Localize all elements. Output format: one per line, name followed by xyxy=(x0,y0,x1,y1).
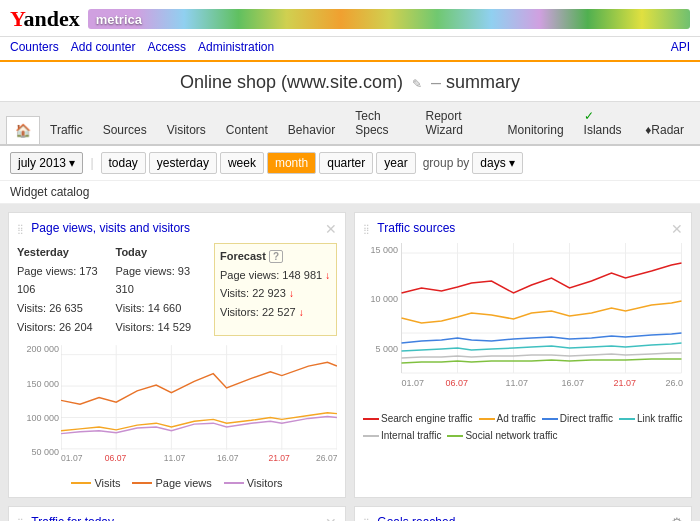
traffic-today-title[interactable]: Traffic for today xyxy=(31,515,114,521)
svg-text:21.07: 21.07 xyxy=(614,378,637,388)
date-picker-button[interactable]: july 2013 ▾ xyxy=(10,152,83,174)
page-title: Online shop (www.site.com) ✎ – summary xyxy=(180,72,520,92)
edit-icon: ✎ xyxy=(412,77,422,91)
forecast-stats: Forecast ? Page views: 148 981 ↓ Visits:… xyxy=(214,243,337,336)
svg-text:01.07: 01.07 xyxy=(61,454,83,464)
tab-islands[interactable]: ✓ Islands xyxy=(574,102,636,144)
svg-text:16.07: 16.07 xyxy=(217,454,239,464)
tab-traffic[interactable]: Traffic xyxy=(40,116,93,144)
tab-radar[interactable]: ♦Radar xyxy=(635,116,694,144)
api-link[interactable]: API xyxy=(671,40,690,54)
internal-traffic-legend: Internal traffic xyxy=(363,430,441,441)
add-counter-link[interactable]: Add counter xyxy=(71,40,136,54)
page-views-chart: 01.07 06.07 11.07 16.07 21.07 26.07 xyxy=(61,342,337,472)
tab-sources[interactable]: Sources xyxy=(93,116,157,144)
svg-text:06.07: 06.07 xyxy=(105,454,127,464)
svg-text:06.07: 06.07 xyxy=(446,378,469,388)
today-stats: Today Page views: 93 310 Visits: 14 660 … xyxy=(116,243,209,336)
widget-catalog-label[interactable]: Widget catalog xyxy=(10,185,89,199)
year-button[interactable]: year xyxy=(376,152,415,174)
link-traffic-legend: Link traffic xyxy=(619,413,682,424)
yandex-logo: Yandex xyxy=(10,6,80,32)
month-button[interactable]: month xyxy=(267,152,316,174)
metrica-bar[interactable]: metrica xyxy=(88,9,690,29)
svg-text:11.07: 11.07 xyxy=(164,454,186,464)
tab-content[interactable]: Content xyxy=(216,116,278,144)
tab-tech-specs[interactable]: Tech Specs xyxy=(345,102,415,144)
traffic-today-close[interactable]: ✕ xyxy=(325,515,337,521)
yesterday-stats: Yesterday Page views: 173 106 Visits: 26… xyxy=(17,243,110,336)
goals-title[interactable]: Goals reached xyxy=(377,515,455,521)
ad-traffic-legend: Ad traffic xyxy=(479,413,536,424)
access-link[interactable]: Access xyxy=(147,40,186,54)
page-views-title[interactable]: Page views, visits and visitors xyxy=(31,221,190,235)
svg-text:21.07: 21.07 xyxy=(268,454,290,464)
tab-report-wizard[interactable]: Report Wizard xyxy=(415,102,497,144)
goals-reached-widget: ⣿ Goals reached ⚙ Checkout Goals reached… xyxy=(354,506,692,521)
widget-drag-handle: ⣿ xyxy=(17,224,24,234)
traffic-sources-close[interactable]: ✕ xyxy=(671,221,683,237)
svg-text:16.07: 16.07 xyxy=(562,378,585,388)
social-traffic-legend: Social network traffic xyxy=(447,430,557,441)
page-views-widget: ⣿ Page views, visits and visitors ✕ Yest… xyxy=(8,212,346,498)
traffic-today-widget: ⣿ Traffic for today ✕ xyxy=(8,506,346,521)
counters-link[interactable]: Counters xyxy=(10,40,59,54)
metrica-label: metrica xyxy=(96,12,142,27)
direct-traffic-legend: Direct traffic xyxy=(542,413,613,424)
quarter-button[interactable]: quarter xyxy=(319,152,373,174)
page-views-legend: Page views xyxy=(132,477,211,489)
svg-text:26.07: 26.07 xyxy=(666,378,684,388)
svg-text:01.07: 01.07 xyxy=(402,378,425,388)
traffic-sources-widget: ⣿ Traffic sources ✕ 15 000 10 000 5 000 xyxy=(354,212,692,498)
week-button[interactable]: week xyxy=(220,152,264,174)
svg-text:11.07: 11.07 xyxy=(506,378,529,388)
yesterday-button[interactable]: yesterday xyxy=(149,152,217,174)
tab-behavior[interactable]: Behavior xyxy=(278,116,345,144)
group-by-button[interactable]: days ▾ xyxy=(472,152,523,174)
search-engine-legend: Search engine traffic xyxy=(363,413,473,424)
today-button[interactable]: today xyxy=(101,152,146,174)
traffic-sources-chart: 01.07 06.07 11.07 16.07 21.07 26.07 xyxy=(400,243,683,408)
page-views-close[interactable]: ✕ xyxy=(325,221,337,237)
visitors-legend: Visitors xyxy=(224,477,283,489)
administration-link[interactable]: Administration xyxy=(198,40,274,54)
traffic-sources-title[interactable]: Traffic sources xyxy=(377,221,455,235)
svg-text:26.07: 26.07 xyxy=(316,454,337,464)
visits-legend: Visits xyxy=(71,477,120,489)
tab-monitoring[interactable]: Monitoring xyxy=(498,116,574,144)
tab-visitors[interactable]: Visitors xyxy=(157,116,216,144)
goals-gear-icon[interactable]: ⚙ xyxy=(671,515,683,521)
traffic-sources-drag-handle: ⣿ xyxy=(363,224,370,234)
tab-home[interactable]: 🏠 xyxy=(6,116,40,144)
